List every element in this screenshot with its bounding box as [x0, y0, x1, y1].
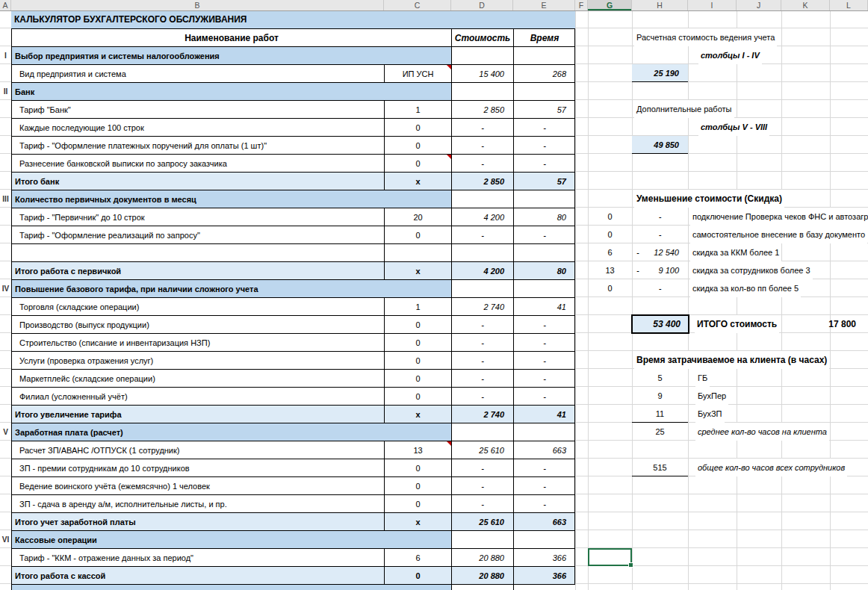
cell-cost[interactable]: -	[451, 387, 513, 405]
cell-cost[interactable]: 25 610	[451, 441, 513, 459]
cell-qty[interactable]: 0	[384, 387, 451, 405]
section-header-cell[interactable]: Выбор предприятия и системы налогообложе…	[11, 46, 451, 64]
cell-time[interactable]: -	[513, 315, 575, 333]
cell-time[interactable]: 268	[513, 64, 575, 82]
cell-cost[interactable]: -	[451, 136, 513, 154]
cell-label[interactable]: Тариф "Банк"	[11, 100, 384, 118]
discount-value[interactable]: -	[632, 208, 688, 226]
cell-time[interactable]: -	[513, 459, 575, 476]
cell-qty[interactable]: 0	[384, 459, 451, 476]
cell-time[interactable]: -	[513, 333, 575, 351]
cell-time[interactable]: 57	[513, 100, 575, 118]
total-time[interactable]: 41	[513, 405, 575, 423]
column-header-C[interactable]: C	[384, 0, 451, 10]
cell-cost[interactable]	[451, 243, 513, 261]
total-qty[interactable]: 0	[384, 566, 451, 584]
active-cell[interactable]	[588, 548, 632, 566]
cell-cost[interactable]	[451, 279, 513, 297]
discount-value[interactable]: 9 100-	[632, 261, 688, 279]
total-qty[interactable]: x	[384, 512, 451, 530]
cell-qty[interactable]: 0	[384, 333, 451, 351]
total-cost[interactable]: 25 610	[451, 512, 513, 530]
time-value[interactable]: 5	[632, 369, 688, 387]
cell-time[interactable]: -	[513, 118, 575, 136]
cell-time[interactable]	[513, 530, 575, 548]
total-time[interactable]: 366	[513, 566, 575, 584]
time-value[interactable]: 9	[632, 387, 688, 405]
cell-qty[interactable]: 0	[384, 136, 451, 154]
cell-qty[interactable]: 0	[384, 315, 451, 333]
column-header-E[interactable]: E	[513, 0, 575, 10]
total-label[interactable]: Итого учет заработной платы	[11, 512, 384, 530]
cell-time[interactable]	[513, 423, 575, 441]
cell-label[interactable]: Производство (выпуск продукции)	[11, 315, 384, 333]
extra-value-cell[interactable]: 49 850	[632, 136, 688, 154]
column-header-G[interactable]: G	[588, 0, 632, 10]
cell-time[interactable]: 41	[513, 297, 575, 315]
column-header-H[interactable]: H	[632, 0, 688, 10]
discount-qty[interactable]: 0	[588, 226, 632, 243]
cell-time[interactable]	[513, 190, 575, 208]
column-header-B[interactable]: B	[11, 0, 384, 10]
discount-value[interactable]: -	[632, 226, 688, 243]
cell-cost[interactable]: -	[451, 459, 513, 476]
cell-cost[interactable]: -	[451, 494, 513, 512]
cell-label[interactable]: Тариф - "Первичник" до 10 строк	[11, 208, 384, 226]
cell-label[interactable]: ЗП - сдача в аренду а/м, исполнительные …	[11, 494, 384, 512]
discount-value[interactable]: 12 540-	[632, 243, 688, 261]
cell-cost[interactable]: -	[451, 118, 513, 136]
section-header-cell[interactable]: Повышение базового тарифа, при наличии с…	[11, 279, 451, 297]
cell-qty[interactable]: 0	[384, 118, 451, 136]
column-header-J[interactable]: J	[737, 0, 781, 10]
cell-label[interactable]: Строительство (списание и инвентаризация…	[11, 333, 384, 351]
column-header-L[interactable]: L	[830, 0, 868, 10]
cell-cost[interactable]	[451, 190, 513, 208]
cell-cost[interactable]: -	[451, 476, 513, 494]
cell-label[interactable]: Каждые последующие 100 строк	[11, 118, 384, 136]
cell-label[interactable]: Тариф - "Оформление реализаций по запрос…	[11, 226, 384, 243]
cell-qty[interactable]: ИП УСН	[384, 64, 451, 82]
time-value[interactable]: 515	[632, 459, 688, 476]
cell-label[interactable]: Тариф - "ККМ - отражение данных за перио…	[11, 548, 384, 566]
cell-cost[interactable]: 20 880	[451, 548, 513, 566]
total-label[interactable]: Итого работа с первичкой	[11, 261, 384, 279]
cell-label[interactable]: Услуги (проверка отражения услуг)	[11, 351, 384, 369]
discount-qty[interactable]: 0	[588, 208, 632, 226]
cell-label[interactable]: Вид предприятия и система	[11, 64, 384, 82]
cell-time[interactable]: -	[513, 476, 575, 494]
grand-total-cell[interactable]: 53 400	[631, 314, 689, 334]
total-label[interactable]: Итого работа с кассой	[11, 566, 384, 584]
column-header-I[interactable]: I	[688, 0, 737, 10]
cell-time[interactable]: 80	[513, 208, 575, 226]
cell-label[interactable]: Филиал (усложненный учёт)	[11, 387, 384, 405]
cell-qty[interactable]: 0	[384, 226, 451, 243]
total-time[interactable]: 80	[513, 261, 575, 279]
discount-qty[interactable]: 6	[588, 243, 632, 261]
total-label[interactable]: Итого банк	[11, 172, 384, 190]
cell-cost[interactable]: 2 850	[451, 100, 513, 118]
cell-time[interactable]: 366	[513, 548, 575, 566]
column-header-A[interactable]: A	[0, 0, 11, 10]
fill-handle[interactable]	[628, 562, 633, 568]
cell-qty[interactable]: 13	[384, 441, 451, 459]
cell-cost[interactable]	[451, 82, 513, 100]
cell-time[interactable]: -	[513, 387, 575, 405]
cell-time[interactable]: 663	[513, 441, 575, 459]
total-time[interactable]: 663	[513, 512, 575, 530]
cell-qty[interactable]: 6	[384, 548, 451, 566]
cell-qty[interactable]: 0	[384, 494, 451, 512]
cell-cost[interactable]: -	[451, 154, 513, 172]
cell-cost[interactable]	[451, 530, 513, 548]
cell-qty[interactable]: 1	[384, 297, 451, 315]
cell-time[interactable]: -	[513, 136, 575, 154]
cell-cost[interactable]: -	[451, 315, 513, 333]
cell-cost[interactable]: 15 400	[451, 64, 513, 82]
cell-cost[interactable]	[451, 423, 513, 441]
column-header-D[interactable]: D	[451, 0, 513, 10]
total-qty[interactable]: x	[384, 172, 451, 190]
cell-label[interactable]: ЗП - премии сотрудникам до 10 сотруднико…	[11, 459, 384, 476]
cell-time[interactable]	[513, 243, 575, 261]
cell-label[interactable]: Маркетплейс (складские операции)	[11, 369, 384, 387]
cell-qty[interactable]: 0	[384, 476, 451, 494]
cell-cost[interactable]: -	[451, 333, 513, 351]
